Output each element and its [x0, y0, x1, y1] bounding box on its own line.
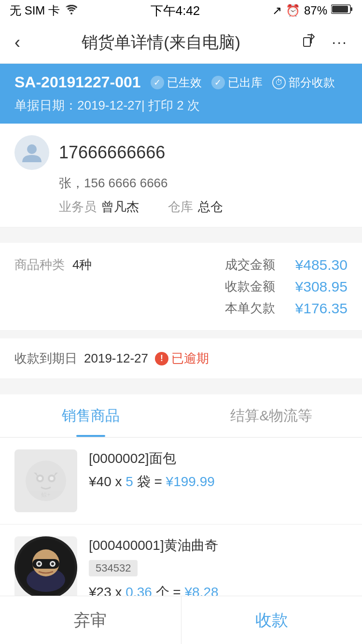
- summary-section: 商品种类 4种 成交金额 ¥485.30 收款金额 ¥308.95 本单欠款 ¥…: [0, 243, 362, 331]
- debt-label: 本单欠款: [225, 300, 275, 317]
- salesperson-item: 业务员 曾凡杰: [59, 198, 139, 215]
- check-icon-1: ✓: [151, 76, 164, 89]
- avatar: [14, 135, 49, 170]
- due-label: 收款到期日: [14, 350, 77, 367]
- nav-bar: ‹ 销货单详情(来自电脑) ···: [0, 21, 362, 64]
- customer-section: 17666666666 张，156 6666 6666 业务员 曾凡杰 仓库 总…: [0, 124, 362, 227]
- warehouse-label: 仓库: [168, 198, 193, 215]
- wifi-icon: [65, 4, 78, 17]
- order-header: SA-20191227-001 ✓ 已生效 ✓ 已出库 ⏱ 部分收款 单据日期：…: [0, 64, 362, 124]
- status-time: 下午4:42: [151, 2, 200, 19]
- gap2: [0, 331, 362, 338]
- share-icon[interactable]: [302, 33, 317, 52]
- tabs-section: 销售商品 结算&物流等: [0, 394, 362, 438]
- status-left: 无 SIM 卡: [10, 3, 78, 18]
- tab-active-indicator: [76, 435, 105, 437]
- product-list: 鲸+ [0000002]面包 ¥40 x 5 袋 = ¥199.99: [0, 438, 362, 613]
- clock-icon: ⏱: [272, 76, 286, 89]
- battery-text: 87%: [304, 4, 327, 17]
- deal-label: 成交金额: [225, 256, 275, 273]
- confirm-button[interactable]: 收款: [181, 596, 362, 644]
- tab-settlement[interactable]: 结算&物流等: [181, 394, 362, 437]
- back-button[interactable]: ‹: [14, 32, 20, 53]
- receipt-amount-row: 收款金额 ¥308.95: [225, 278, 348, 295]
- status-bar: 无 SIM 卡 下午4:42 ↗ ⏰ 87%: [0, 0, 362, 21]
- summary-inner: 商品种类 4种 成交金额 ¥485.30 收款金额 ¥308.95 本单欠款 ¥…: [14, 256, 348, 317]
- customer-name: 张，156 6666 6666: [14, 175, 348, 192]
- svg-rect-1: [350, 7, 352, 11]
- overdue-icon: !: [155, 352, 168, 365]
- receipt-label: 收款金额: [225, 278, 275, 295]
- warehouse-value: 总仓: [198, 198, 223, 215]
- svg-point-17: [38, 562, 41, 565]
- customer-meta: 业务员 曾凡杰 仓库 总仓: [14, 198, 348, 215]
- product-info-2: [000400001]黄油曲奇 534532 ¥23 x 0.36 个 = ¥8…: [89, 536, 348, 602]
- overdue-badge: ! 已逾期: [155, 350, 209, 367]
- product-total-1: ¥199.99: [166, 474, 215, 489]
- product-image-placeholder-1: 鲸+: [14, 449, 77, 512]
- status-partial-payment: ⏱ 部分收款: [272, 75, 335, 90]
- product-price-1: ¥40 x 5 袋 = ¥199.99: [89, 473, 348, 491]
- check-icon-2: ✓: [211, 76, 225, 89]
- product-item-1: 鲸+ [0000002]面包 ¥40 x 5 袋 = ¥199.99: [0, 438, 362, 524]
- product-name-1: [0000002]面包: [89, 449, 348, 468]
- overdue-text: 已逾期: [171, 350, 209, 367]
- svg-rect-3: [304, 38, 310, 46]
- nav-right-icons: ···: [302, 33, 348, 52]
- bottom-bar: 弃审 收款: [0, 596, 362, 644]
- product-info-1: [0000002]面包 ¥40 x 5 袋 = ¥199.99: [89, 449, 348, 491]
- product-image-1: 鲸+: [14, 449, 77, 512]
- svg-text:鲸+: 鲸+: [41, 491, 50, 498]
- tab-products[interactable]: 销售商品: [0, 394, 181, 437]
- product-sku-2: 534532: [89, 560, 138, 576]
- due-date-section: 收款到期日 2019-12-27 ! 已逾期: [0, 338, 362, 379]
- receipt-value: ¥308.95: [285, 279, 348, 295]
- svg-rect-2: [332, 6, 348, 13]
- type-label: 商品种类: [14, 256, 65, 273]
- svg-point-9: [50, 476, 54, 480]
- product-qty-1: 5: [125, 474, 133, 489]
- tabs-row: 销售商品 结算&物流等: [0, 394, 362, 437]
- type-value: 4种: [72, 256, 92, 273]
- status-right: ↗ ⏰ 87%: [272, 4, 352, 17]
- salesperson-label: 业务员: [59, 198, 97, 215]
- warehouse-item: 仓库 总仓: [168, 198, 223, 215]
- deal-amount-row: 成交金额 ¥485.30: [225, 256, 348, 273]
- battery-icon: [331, 4, 352, 17]
- product-image-2: [14, 536, 77, 599]
- more-icon[interactable]: ···: [332, 33, 348, 51]
- customer-row: 17666666666: [14, 135, 348, 170]
- location-icon: ↗: [272, 4, 282, 17]
- due-date-value: 2019-12-27: [84, 351, 148, 366]
- status-effected: ✓ 已生效: [151, 75, 202, 90]
- carrier-text: 无 SIM 卡: [10, 3, 60, 18]
- page-title: 销货单详情(来自电脑): [82, 31, 240, 54]
- alarm-icon: ⏰: [286, 4, 300, 17]
- salesperson-value: 曾凡杰: [101, 198, 139, 215]
- order-date-row: 单据日期：2019-12-27| 打印 2 次: [14, 97, 348, 114]
- svg-point-18: [51, 562, 54, 565]
- summary-right: 成交金额 ¥485.30 收款金额 ¥308.95 本单欠款 ¥176.35: [225, 256, 348, 317]
- gap1: [0, 227, 362, 235]
- cancel-button[interactable]: 弃审: [0, 596, 181, 644]
- order-number: SA-20191227-001: [14, 73, 141, 91]
- gap3: [0, 379, 362, 387]
- deal-value: ¥485.30: [285, 257, 348, 273]
- debt-value: ¥176.35: [285, 300, 348, 317]
- summary-left: 商品种类 4种: [14, 256, 92, 273]
- order-status-row: SA-20191227-001 ✓ 已生效 ✓ 已出库 ⏱ 部分收款: [14, 73, 348, 91]
- svg-point-8: [38, 476, 42, 480]
- product-name-2: [000400001]黄油曲奇: [89, 536, 348, 555]
- status-shipped: ✓ 已出库: [211, 75, 263, 90]
- debt-amount-row: 本单欠款 ¥176.35: [225, 300, 348, 317]
- svg-point-4: [27, 144, 37, 154]
- customer-id: 17666666666: [59, 142, 165, 163]
